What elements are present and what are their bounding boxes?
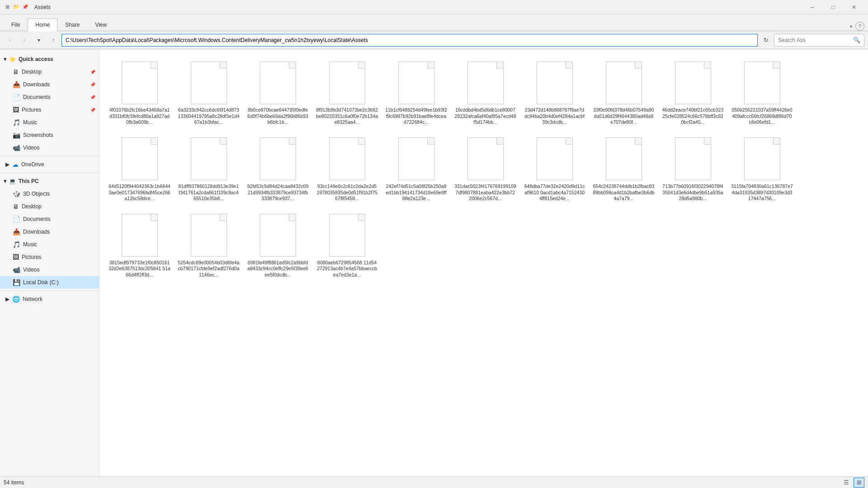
file-icon [191, 137, 227, 180]
list-view-button[interactable]: ☰ [841, 478, 852, 488]
file-name: 92fd53c5d84d24caa8432c0921d9934fb333879c… [247, 183, 309, 202]
file-item[interactable]: 64d5120f944042363c1b66443ae0e017347696bd… [107, 133, 172, 206]
file-item[interactable]: 5254cdc89e00054b03d6fe4acb790171cfde9ef2… [176, 209, 241, 282]
file-name: 050b256221037a59ff4426e0409afccc66fcf268… [731, 107, 793, 126]
file-item[interactable]: 3115fa704830a61c136787e74da31935d3897d30… [729, 133, 795, 206]
address-input[interactable] [61, 34, 758, 47]
tab-home[interactable]: Home [28, 19, 57, 31]
file-item[interactable]: 242ef74d51c5a08f25b250a9ed1bb194141734d1… [383, 133, 449, 206]
sidebar-item-pictures-pc[interactable]: 🖼 Pictures [0, 251, 99, 263]
up-button[interactable]: ↑ [47, 34, 60, 47]
sidebar-item-3dobjects[interactable]: 🎲 3D Objects [0, 188, 99, 200]
downloads-pc-icon: 📥 [13, 228, 20, 235]
file-name: 331dac5023f41767691991097df9807881eaba42… [454, 183, 516, 202]
sidebar-item-documents-pc-label: Documents [23, 216, 51, 222]
maximize-button[interactable]: □ [823, 0, 844, 14]
sidebar: ▾ ⭐ Quick access 🖥 Desktop 📌 📥 Downloads… [0, 49, 99, 476]
file-item[interactable]: 11b1cf6489254d49fee1b93f2f9c6997b92b91ba… [383, 56, 449, 129]
file-item[interactable]: 654c24238744ddb1b2fbac8389bb098ca4d1b2ba… [591, 133, 656, 206]
file-item[interactable]: 713b77b60916f302294078f435041d3e6d4dbe9b… [660, 133, 726, 206]
file-item[interactable]: 648dba77de32e2420d9d11caf9610 0acd1abc4a… [522, 133, 587, 206]
file-item[interactable]: 331dac5023f41767691991097df9807881eaba42… [453, 133, 518, 206]
file-icon-container [604, 136, 644, 182]
quick-access-star-icon: ⭐ [9, 56, 16, 62]
divider-3 [0, 291, 99, 291]
sidebar-item-videos-qa[interactable]: 📹 Videos [0, 141, 99, 154]
file-item[interactable]: 3815edf979733e1f0c85016132d2e6387513dc30… [107, 209, 172, 282]
thispc-header[interactable]: ▾ 💻 This PC [0, 175, 99, 188]
sidebar-item-desktop-pc[interactable]: 🖥 Desktop [0, 200, 99, 213]
file-icon [191, 61, 227, 104]
sidebar-item-documents-label: Documents [23, 94, 51, 100]
tab-share[interactable]: Share [57, 19, 87, 31]
file-item[interactable]: 6981fe49f8861ed5fc2a9bbfda8433c94cc0effc… [245, 209, 311, 282]
thispc-expand-icon: ▾ [4, 178, 6, 184]
file-item[interactable]: 46dd2eace740bf21c65cb32325cfe028524c66c5… [660, 56, 726, 129]
file-icon [606, 137, 642, 180]
file-icon-container [534, 136, 575, 182]
sidebar-item-onedrive[interactable]: ▶ ☁ OneDrive [0, 158, 99, 171]
search-input[interactable] [778, 37, 851, 43]
minimize-button[interactable]: ─ [802, 0, 823, 14]
sidebar-item-pictures[interactable]: 🖼 Pictures 📌 [0, 103, 99, 116]
sidebar-item-music[interactable]: 🎵 Music [0, 116, 99, 129]
file-item[interactable]: 23d472d148b888787f9ae7ddc94ba20b4d0ef428… [522, 56, 587, 129]
sidebar-item-videos-pc[interactable]: 📹 Videos [0, 263, 99, 276]
file-icon [260, 214, 296, 257]
local-disk-icon: 💾 [13, 279, 20, 286]
sidebar-item-documents[interactable]: 📄 Documents 📌 [0, 91, 99, 103]
tab-view[interactable]: View [87, 19, 114, 31]
sidebar-item-music-pc[interactable]: 🎵 Music [0, 238, 99, 251]
details-view-button[interactable]: ⊞ [854, 478, 864, 488]
file-icon [467, 137, 504, 180]
file-icon [744, 137, 780, 180]
file-item[interactable]: 16cddbd4bd5d6db1ce8000728232afca6af40af9… [453, 56, 518, 129]
recent-locations-button[interactable]: ▾ [33, 34, 45, 47]
file-item[interactable]: 8080aeb6729854568 11d54272913ac4b7e4a57b… [314, 209, 380, 282]
close-button[interactable]: ✕ [844, 0, 864, 14]
pin-icon-desktop: 📌 [90, 70, 95, 75]
pin-icon-downloads: 📌 [90, 82, 95, 87]
file-item[interactable]: 33f0e90fd378d46b07549a90da51d6d29f464438… [591, 56, 656, 129]
file-name: 8f913b9b3d741073be2c3662be80220351c6a0f0… [316, 107, 378, 126]
downloads-icon: 📥 [13, 81, 20, 88]
sidebar-item-downloads[interactable]: 📥 Downloads 📌 [0, 78, 99, 91]
sidebar-item-desktop[interactable]: 🖥 Desktop 📌 [0, 66, 99, 78]
sidebar-item-downloads-pc[interactable]: 📥 Downloads [0, 225, 99, 238]
quick-access-icon: ⊞ [4, 4, 11, 11]
search-box: 🔍 [774, 34, 864, 47]
file-name: 3815edf979733e1f0c85016132d2e6387513dc30… [108, 260, 170, 278]
file-item[interactable]: 81dff937860128dd913e39e1f341761a2cda861f… [176, 133, 241, 206]
file-icon-container [119, 136, 160, 182]
quick-access-label: Quick access [19, 56, 53, 62]
sidebar-item-downloads-pc-label: Downloads [23, 229, 50, 235]
file-item[interactable]: 4f01076b2fc16be43468a7a1d331bf0fc5fefcd8… [107, 56, 172, 129]
onedrive-icon: ☁ [12, 161, 19, 168]
file-item[interactable]: 050b256221037a59ff4426e0409afccc66fcf268… [729, 56, 795, 129]
file-item[interactable]: 93cc148e0c2c61c2da2e2d51978035935de0d51f… [314, 133, 380, 206]
tab-file[interactable]: File [4, 19, 28, 31]
quick-access-header[interactable]: ▾ ⭐ Quick access [0, 53, 99, 66]
sidebar-item-downloads-label: Downloads [23, 81, 50, 88]
refresh-button[interactable]: ↻ [760, 34, 772, 47]
ribbon-expand-arrow[interactable]: ▾ [846, 22, 855, 31]
sidebar-item-local-disk[interactable]: 💾 Local Disk (C:) [0, 276, 99, 289]
file-item[interactable]: 8f913b9b3d741073be2c3662be80220351c6a0f0… [314, 56, 380, 129]
file-icon [191, 214, 227, 257]
sidebar-item-screenshots[interactable]: 📷 Screenshots [0, 129, 99, 141]
file-name: 46dd2eace740bf21c65cb32325cfe028524c66c5… [662, 107, 724, 126]
sidebar-item-documents-pc[interactable]: 📄 Documents [0, 213, 99, 225]
thispc-icon: 💻 [9, 178, 16, 184]
forward-button[interactable]: › [18, 34, 31, 47]
file-name: 8b0ce870bcae644795f0edfe6d0f74b6be66da2f… [247, 107, 309, 126]
file-icon-container [465, 136, 506, 182]
sidebar-item-network[interactable]: ▶ 🌐 Network [0, 293, 99, 305]
file-item[interactable]: 92fd53c5d84d24caa8432c0921d9934fb333879c… [245, 133, 311, 206]
back-button[interactable]: ‹ [4, 34, 16, 47]
thispc-label: This PC [19, 178, 39, 184]
pin-icon: 📌 [22, 4, 29, 11]
file-item[interactable]: 6a3233c942cc6dc66f14d873133604419795a8c2… [176, 56, 241, 129]
file-icon [329, 214, 365, 257]
help-button[interactable]: ? [855, 22, 864, 31]
file-item[interactable]: 8b0ce870bcae644795f0edfe6d0f74b6be66da2f… [245, 56, 311, 129]
